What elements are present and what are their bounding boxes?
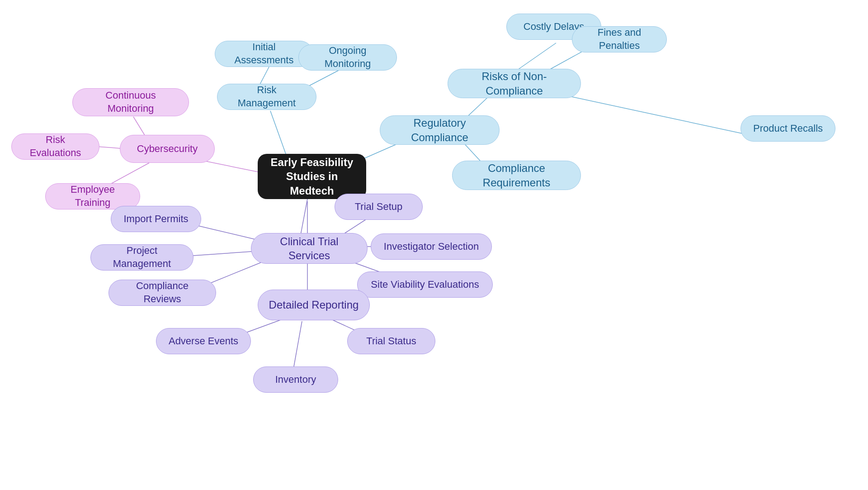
continuous-monitoring-node: Continuous Monitoring <box>72 88 189 116</box>
regulatory-compliance-node: Regulatory Compliance <box>380 115 500 145</box>
svg-line-22 <box>294 321 302 366</box>
cybersecurity-node: Cybersecurity <box>120 135 215 163</box>
risks-non-compliance-node: Risks of Non-Compliance <box>448 69 581 98</box>
adverse-events-node: Adverse Events <box>156 328 251 354</box>
compliance-requirements-node: Compliance Requirements <box>452 161 581 190</box>
inventory-node: Inventory <box>253 366 338 393</box>
risk-management-node: Risk Management <box>217 84 316 110</box>
fines-penalties-node: Fines and Penalties <box>572 26 667 52</box>
center-node: Early Feasibility Studies in Medtech <box>258 154 366 199</box>
trial-status-node: Trial Status <box>347 328 435 354</box>
project-management-node: Project Management <box>90 244 193 271</box>
trial-setup-node: Trial Setup <box>335 194 423 220</box>
detailed-reporting-node: Detailed Reporting <box>258 290 370 320</box>
compliance-reviews-node: Compliance Reviews <box>108 280 216 306</box>
import-permits-node: Import Permits <box>111 206 201 232</box>
site-viability-evaluations-node: Site Viability Evaluations <box>357 271 493 298</box>
ongoing-monitoring-node: Ongoing Monitoring <box>298 44 397 71</box>
product-recalls-node: Product Recalls <box>741 115 835 142</box>
investigator-selection-node: Investigator Selection <box>371 233 492 260</box>
risk-evaluations-node: Risk Evaluations <box>11 133 99 160</box>
clinical-trial-services-node: Clinical Trial Services <box>251 233 368 264</box>
svg-line-7 <box>542 90 753 136</box>
